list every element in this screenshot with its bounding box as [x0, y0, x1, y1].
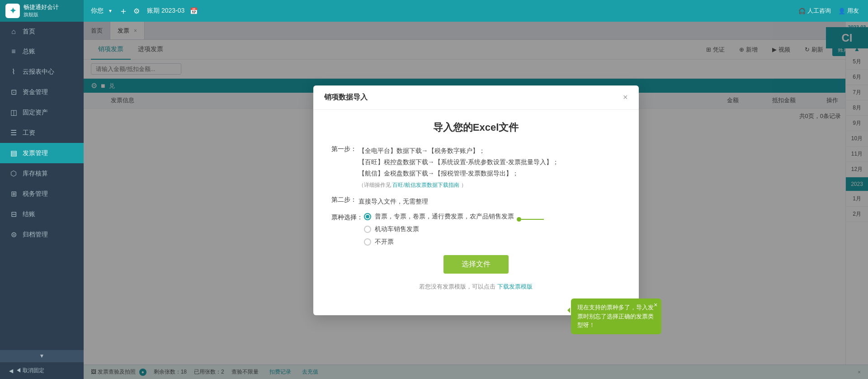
radio-motor[interactable]: 机动车销售发票: [364, 225, 514, 233]
headset-icon: 🎧: [798, 8, 806, 14]
step1-row: 第一步： 【全电平台】数据下载→【税务数字账户】； 【百旺】税控盘数据下载→【系…: [331, 145, 621, 191]
home-icon: ⌂: [9, 28, 18, 36]
period-label: 账期 2023-03: [147, 7, 184, 15]
sidebar-item-fund[interactable]: ⊡ 资金管理: [0, 82, 84, 102]
select-file-button[interactable]: 选择文件: [443, 255, 509, 274]
modal-body: 导入您的Excel文件 第一步： 【全电平台】数据下载→【税务数字账户】； 【百…: [313, 110, 639, 302]
sidebar-item-tax[interactable]: ⊞ 税务管理: [0, 184, 84, 204]
sidebar-item-inventory[interactable]: ⬡ 库存核算: [0, 163, 84, 184]
step2-text: 直接导入文件，无需整理: [359, 196, 428, 207]
modal-footer-note: 若您没有发票模版，可以点击 下载发票模版: [331, 283, 621, 291]
calendar-icon[interactable]: 📅: [190, 7, 198, 14]
sidebar-item-payroll[interactable]: ☰ 工资: [0, 123, 84, 143]
logo-text: 畅捷通好会计 旗舰版: [24, 4, 59, 18]
sidebar-item-archive[interactable]: ⊜ 归档管理: [0, 224, 84, 245]
sidebar-scroll: ⌂ 首页 ≡ 总账 ⌇ 云报表中心 ⊡ 资金管理 ◫ 固定资产 ☰ 工资 ▤ 发…: [0, 22, 84, 350]
header-right: 🎧 人工咨询 👤 用友: [798, 7, 859, 15]
header-nav: 你您 ▾ ＋ ⚙ 账期 2023-03 📅: [84, 5, 798, 17]
radio-noticket[interactable]: 不开票: [364, 238, 514, 246]
sidebar-item-ledger[interactable]: ≡ 总账: [0, 42, 84, 62]
download-template-link[interactable]: 下载发票模版: [497, 283, 533, 290]
invoice-icon: ▤: [9, 149, 18, 157]
step1-label: 第一步：: [331, 145, 359, 191]
sidebar-item-invoice[interactable]: ▤ 发票管理: [0, 143, 84, 163]
sidebar: ⌂ 首页 ≡ 总账 ⌇ 云报表中心 ⊡ 资金管理 ◫ 固定资产 ☰ 工资 ▤ 发…: [0, 22, 84, 379]
radio-group-label: 票种选择：: [331, 213, 364, 222]
modal-header: 销项数据导入 ×: [313, 85, 639, 110]
sidebar-item-home[interactable]: ⌂ 首页: [0, 22, 84, 42]
cancel-fixed-button[interactable]: ◀ ◀ 取消固定: [0, 362, 84, 379]
radio-options: 普票，专票，卷票，通行费发票，农产品销售发票 机动车销售发票 不开票: [364, 213, 514, 246]
modal-overlay: 销项数据导入 × 导入您的Excel文件 第一步： 【全电平台】数据下载→【税务…: [84, 22, 868, 379]
sidebar-item-report[interactable]: ⌇ 云报表中心: [0, 62, 84, 82]
settings-icon[interactable]: ⚙: [133, 7, 140, 15]
report-icon: ⌇: [9, 67, 18, 76]
step1-line1: 【全电平台】数据下载→【税务数字账户】；: [359, 145, 559, 156]
asset-icon: ◫: [9, 108, 18, 117]
step1-content: 【全电平台】数据下载→【税务数字账户】； 【百旺】税控盘数据下载→【系统设置-系…: [359, 145, 559, 191]
radio-motor-circle: [364, 226, 371, 233]
payroll-icon: ☰: [9, 128, 18, 137]
settle-icon: ⊟: [9, 210, 18, 218]
user-icon: 👤: [838, 8, 845, 14]
modal: 销项数据导入 × 导入您的Excel文件 第一步： 【全电平台】数据下载→【税务…: [313, 85, 639, 316]
modal-main-title: 导入您的Excel文件: [331, 121, 621, 134]
logo-icon: ✦: [5, 4, 20, 18]
tooltip-bubble: × 现在支持的票种多了，导入发票时别忘了选择正确的发票类型呀！: [571, 298, 661, 334]
archive-icon: ⊜: [9, 230, 18, 239]
tax-icon: ⊞: [9, 190, 18, 198]
add-tab-button[interactable]: ＋: [119, 5, 128, 17]
top-header: ✦ 畅捷通好会计 旗舰版 你您 ▾ ＋ ⚙ 账期 2023-03 📅 🎧 人工咨…: [0, 0, 868, 22]
cancel-fixed-icon: ◀: [9, 368, 13, 374]
sidebar-item-settle[interactable]: ⊟ 结账: [0, 204, 84, 224]
tooltip-close-button[interactable]: ×: [654, 301, 657, 308]
fund-icon: ⊡: [9, 88, 18, 96]
company-name[interactable]: 你您: [91, 7, 104, 15]
service-button[interactable]: 🎧 人工咨询: [798, 7, 831, 15]
step2-label: 第二步：: [331, 196, 359, 207]
user-button[interactable]: 👤 用友: [838, 7, 859, 15]
logo-area: ✦ 畅捷通好会计 旗舰版: [0, 0, 84, 22]
company-dropdown-icon[interactable]: ▾: [109, 8, 112, 14]
inventory-icon: ⬡: [9, 169, 18, 178]
step1-line2: 【百旺】税控盘数据下载→【系统设置-系统参数设置-发票批量导入】；: [359, 156, 559, 168]
tooltip-dot: [517, 217, 521, 222]
modal-title: 销项数据导入: [324, 93, 368, 102]
radio-noticket-circle: [364, 238, 371, 246]
guide-link[interactable]: 百旺/航信发票数据下载指南: [392, 182, 459, 188]
ledger-icon: ≡: [9, 47, 18, 56]
step2-row: 第二步： 直接导入文件，无需整理: [331, 196, 621, 207]
radio-normal[interactable]: 普票，专票，卷票，通行费发票，农产品销售发票: [364, 213, 514, 221]
sidebar-scroll-down[interactable]: ▼: [0, 350, 84, 362]
modal-close-button[interactable]: ×: [623, 93, 628, 102]
radio-group-row: 票种选择： 普票，专票，卷票，通行费发票，农产品销售发票 机动车销售发票 不开票: [331, 213, 621, 246]
tooltip-line: [521, 219, 544, 220]
radio-normal-circle: [364, 213, 371, 220]
tooltip-container: × 现在支持的票种多了，导入发票时别忘了选择正确的发票类型呀！: [517, 208, 634, 244]
step1-note-row: （详细操作见 百旺/航信发票数据下载指南 ）: [359, 179, 559, 190]
step1-line3: 【航信】金税盘数据下载→【报税管理-发票数据导出】；: [359, 168, 559, 179]
sidebar-item-asset[interactable]: ◫ 固定资产: [0, 102, 84, 123]
